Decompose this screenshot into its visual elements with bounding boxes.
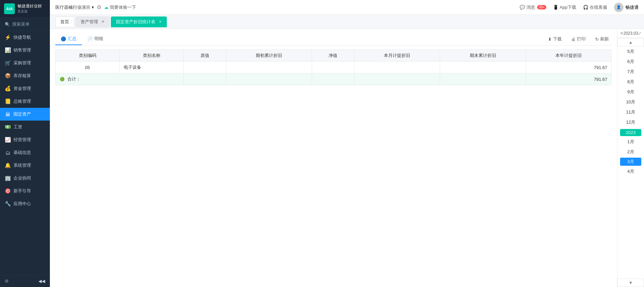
col-net-value: 净值 (312, 50, 354, 62)
download-action-icon: ⬇ (548, 37, 552, 42)
nav-label: 采购管理 (13, 60, 31, 66)
date-month-7[interactable]: 7月 (617, 67, 644, 77)
print-action-icon: 🖨 (571, 37, 576, 42)
sidebar-item-sales[interactable]: 📊 销售管理 (0, 44, 50, 57)
collapse-icon[interactable]: ◀◀ (38, 279, 45, 284)
topbar-settings-icon[interactable]: ⚙ (97, 4, 101, 10)
date-month-11[interactable]: 11月 (617, 107, 644, 117)
total-icon: 🟢 (60, 77, 65, 82)
table-row[interactable]: 05 电子设备 791.67 (56, 62, 612, 73)
date-month-9[interactable]: 9月 (617, 87, 644, 97)
sidebar-item-fixed-assets[interactable]: 🏛 固定资产 (0, 108, 50, 121)
tab-asset-mgmt-label: 资产管理 (81, 19, 98, 25)
tab-depreciation[interactable]: 固定资产折旧统计表 ✕ (111, 17, 167, 27)
date-panel: ✕ 2023.03 ⤢ ▲ 5月 6月 7月 8月 9月 10月 11月 12月… (617, 29, 644, 287)
sidebar-item-system[interactable]: 🔔 系统管理 (0, 159, 50, 172)
inventory-icon: 📦 (5, 73, 11, 79)
nav-label: 新手引导 (13, 188, 31, 194)
finance-icon: 💰 (5, 86, 11, 92)
date-panel-expand-icon[interactable]: ⤢ (638, 31, 641, 36)
sidebar-item-operations[interactable]: 📈 经营管理 (0, 133, 50, 146)
total-label-cell: 🟢 合计： (56, 73, 184, 85)
dropdown-arrow-icon: ▾ (92, 5, 94, 10)
nav-label: 固定资产 (13, 111, 31, 117)
date-month-5[interactable]: 5月 (617, 46, 644, 57)
user-menu[interactable]: 👤 畅捷通 (614, 3, 639, 12)
nav-label: 总账管理 (13, 98, 31, 104)
sidebar-item-appstore[interactable]: 🔧 应用中心 (0, 197, 50, 210)
date-month-8[interactable]: 8月 (617, 77, 644, 87)
avatar: 👤 (614, 3, 623, 12)
download-button[interactable]: 📱 App下载 (553, 4, 576, 10)
date-month-12[interactable]: 12月 (617, 117, 644, 127)
sidebar-item-enterprise[interactable]: 🏢 企业协同 (0, 172, 50, 185)
messages-badge: 99+ (537, 5, 546, 9)
salary-icon: 💵 (5, 124, 11, 130)
tab-depreciation-close-icon[interactable]: ✕ (159, 20, 162, 24)
col-code: 类别编码 (56, 50, 120, 62)
sidebar-search[interactable]: 🔍 搜索菜单 (0, 18, 50, 31)
summary-icon: 🔵 (61, 36, 66, 41)
sub-tab-actions: ⬇ 下载 🖨 打印 ↻ 刷新 (545, 35, 612, 43)
total-monthly-dep (354, 73, 440, 85)
date-month-4[interactable]: 4月 (617, 166, 644, 177)
date-nav-up[interactable]: ▲ (617, 38, 644, 46)
depreciation-table: 类别编码 类别名称 原值 期初累计折旧 净值 本月计提折旧 期末累计折旧 本年计… (55, 50, 612, 85)
messages-button[interactable]: 💬 消息 99+ (520, 4, 546, 10)
date-month-1[interactable]: 1月 (617, 137, 644, 147)
cell-net-value (312, 62, 354, 73)
date-list: 5月 6月 7月 8月 9月 10月 11月 12月 2023 1月 2月 3月… (617, 46, 644, 279)
sidebar-item-inventory[interactable]: 📦 库存核算 (0, 69, 50, 82)
cell-annual-dep: 791.67 (526, 62, 611, 73)
date-month-6[interactable]: 6月 (617, 57, 644, 67)
print-action[interactable]: 🖨 打印 (569, 35, 588, 43)
date-month-3-selected[interactable]: 3月 (620, 158, 641, 166)
nav-label: 基础信息 (13, 150, 31, 156)
refresh-action-label: 刷新 (600, 36, 609, 42)
sub-tab-detail[interactable]: 📄 明细 (82, 33, 109, 45)
date-nav-down[interactable]: ▼ (617, 279, 644, 287)
download-action[interactable]: ⬇ 下载 (545, 35, 564, 43)
cell-original (184, 62, 226, 73)
tab-home[interactable]: 首页 (55, 17, 74, 27)
trial-button[interactable]: ☁ 我要体验一下 (104, 4, 136, 10)
total-label: 合计： (67, 76, 81, 82)
sidebar-item-basic-info[interactable]: 🗂 基础信息 (0, 146, 50, 159)
app-name: 畅捷通好业财 (18, 4, 42, 9)
date-panel-close-icon[interactable]: ✕ (620, 31, 623, 36)
download-icon: 📱 (553, 5, 558, 10)
nav-label: 快捷导航 (13, 34, 31, 40)
cell-name: 电子设备 (120, 62, 184, 73)
sidebar-item-ledger[interactable]: 📒 总账管理 (0, 95, 50, 108)
company-name: 医疗器械行业演示 (55, 4, 90, 10)
total-end-dep (440, 73, 526, 85)
print-action-label: 打印 (577, 36, 586, 42)
nav-label: 工资 (13, 124, 22, 130)
trial-icon: ☁ (104, 5, 109, 10)
sidebar-item-quick-nav[interactable]: ⚡ 快捷导航 (0, 31, 50, 44)
date-month-10[interactable]: 10月 (617, 97, 644, 107)
sub-tab-summary[interactable]: 🔵 汇总 (55, 33, 82, 45)
sidebar-item-salary[interactable]: 💵 工资 (0, 121, 50, 133)
tab-asset-mgmt[interactable]: 资产管理 ✕ (75, 17, 110, 27)
date-year-badge[interactable]: 2023 (620, 129, 641, 136)
sidebar-item-purchase[interactable]: 🛒 采购管理 (0, 57, 50, 69)
total-net-value (312, 73, 354, 85)
customer-service-button[interactable]: 🎧 在线客服 (583, 4, 607, 10)
enterprise-icon: 🏢 (5, 175, 11, 181)
sidebar-item-guide[interactable]: 🎯 新手引导 (0, 185, 50, 197)
tab-depreciation-label: 固定资产折旧统计表 (116, 19, 155, 25)
main-content: 🔵 汇总 📄 明细 ⬇ 下载 🖨 打印 (50, 29, 617, 287)
ledger-icon: 📒 (5, 98, 11, 104)
date-month-2[interactable]: 2月 (617, 147, 644, 157)
settings-icon[interactable]: ⚙ (5, 279, 9, 284)
tab-asset-mgmt-close-icon[interactable]: ✕ (101, 20, 104, 24)
sidebar-item-finance[interactable]: 💰 资金管理 (0, 82, 50, 95)
search-icon: 🔍 (5, 22, 10, 27)
topbar: 医疗器械行业演示 ▾ ⚙ ☁ 我要体验一下 💬 消息 99+ 📱 App下载 🎧… (50, 0, 644, 15)
refresh-action[interactable]: ↻ 刷新 (592, 35, 612, 43)
tab-home-label: 首页 (60, 19, 69, 25)
date-panel-title: 2023.03 (623, 31, 638, 36)
company-selector[interactable]: 医疗器械行业演示 ▾ (55, 4, 94, 10)
download-action-label: 下载 (553, 36, 562, 42)
